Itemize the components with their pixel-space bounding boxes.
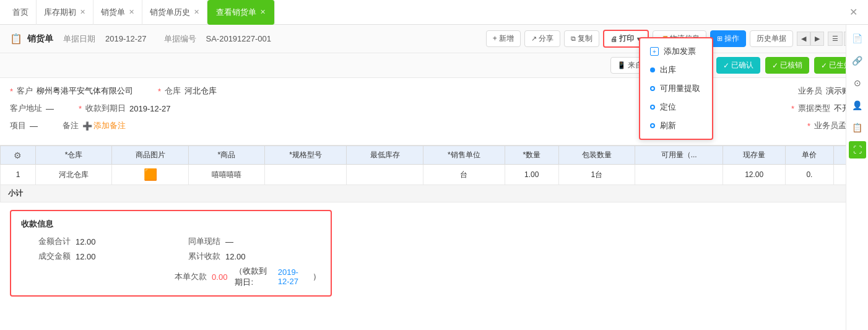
confirm-button[interactable]: ✓ 已确认 <box>716 57 760 74</box>
due-date-val: 2019-12-27 <box>278 267 308 286</box>
due-date-end: ） <box>313 271 321 282</box>
sidebar-icon-3[interactable]: ⊙ <box>849 74 866 92</box>
owed-row: 本单欠款 0.00 （收款到期日: 2019-12-27 ） <box>171 266 321 288</box>
add-note-button[interactable]: ➕ 添加备注 <box>82 120 126 131</box>
row-sales-unit: 台 <box>423 165 505 185</box>
subtotal-label: 小计 <box>1 185 868 202</box>
main-content: 📋 销货单 单据日期 2019-12-27 单据编号 SA-20191227-0… <box>0 25 868 330</box>
col-price: 单价 <box>786 146 834 165</box>
tab-sales-history-close[interactable]: ✕ <box>194 8 199 16</box>
doc-meta: 单据日期 2019-12-27 单据编号 SA-20191227-001 <box>63 33 271 45</box>
add-icon: ➕ <box>82 121 92 131</box>
tab-sales-order[interactable]: 销货单 ✕ <box>93 0 142 25</box>
warehouse-required: * <box>158 87 161 96</box>
tab-view-sales-close[interactable]: ✕ <box>260 8 266 16</box>
settlement-value: — <box>225 237 233 246</box>
col-product-label: *商品 <box>218 150 236 159</box>
cumulative-label: 累计收款 <box>171 251 220 262</box>
col-warehouse: *仓库 <box>35 146 111 165</box>
payment-info-box: 收款信息 金额合计 12.00 同单现结 — 成交金额 12.00 <box>10 210 332 297</box>
tab-view-sales-label: 查看销货单 <box>216 7 256 18</box>
tab-sales-order-label: 销货单 <box>101 7 125 18</box>
prev-button[interactable]: ◀ <box>797 32 810 46</box>
salesperson-label: 业务员 <box>798 85 822 97</box>
customer-field: * 客户 柳州粤港平安气体有限公司 <box>10 85 133 97</box>
total-row: 金额合计 12.00 <box>21 236 171 247</box>
sidebar-icon-4[interactable]: 👤 <box>849 97 866 114</box>
tab-sales-history[interactable]: 销货单历史 ✕ <box>142 0 207 25</box>
col-price-label: 单价 <box>802 150 817 159</box>
doc-no-label: 单据编号 <box>164 33 196 45</box>
tab-inventory-init-close[interactable]: ✕ <box>80 8 85 16</box>
tab-view-sales[interactable]: 查看销货单 ✕ <box>207 0 275 25</box>
locate-item[interactable]: 定位 <box>640 98 712 116</box>
transaction-value: 12.00 <box>76 252 96 261</box>
col-stock: 现存量 <box>723 146 786 165</box>
project-field: 项目 — <box>10 120 38 131</box>
form-row-1: * 客户 柳州粤港平安气体有限公司 * 仓库 河北仓库 业务员 演示账号 <box>10 85 858 97</box>
warehouse-value: 河北仓库 <box>184 85 217 97</box>
next-button[interactable]: ▶ <box>810 32 824 46</box>
sidebar-icon-1[interactable]: 📄 <box>849 30 866 47</box>
tab-sales-history-label: 销货单历史 <box>150 7 190 18</box>
already-cancelled-button[interactable]: ✓ 已核销 <box>765 57 809 74</box>
operate-button[interactable]: ⊞ 操作 <box>710 30 746 47</box>
col-qty: *数量 <box>505 146 558 165</box>
note-field: 备注 ➕ 添加备注 <box>63 120 126 131</box>
col-available: 可用量（... <box>635 146 723 165</box>
copy-button[interactable]: ⧉ 复制 <box>564 30 599 47</box>
sidebar-icon-expand[interactable]: ⛶ <box>849 141 866 158</box>
outbound-label: 出库 <box>660 64 676 76</box>
window-close-button[interactable]: ✕ <box>843 2 863 22</box>
col-image-label: 商品图片 <box>136 150 165 159</box>
tab-inventory-init[interactable]: 库存期初 ✕ <box>37 0 93 25</box>
outbound-item[interactable]: 出库 <box>640 61 712 79</box>
address-field: 客户地址 — <box>10 103 54 114</box>
row-available <box>635 165 723 185</box>
doc-date-label: 单据日期 <box>63 33 95 45</box>
cumulative-row: 累计收款 12.00 <box>171 251 321 262</box>
toolbar-row: 📱 来自手机 ● 未开票 ✓ 已确认 ✓ 已核销 ✓ 已生效 <box>0 53 868 78</box>
col-warehouse-label: *仓库 <box>65 150 83 159</box>
settlement-row: 同单现结 — <box>171 236 321 247</box>
new-button[interactable]: + 新增 <box>486 30 521 47</box>
due-date-field: * 收款到期日 2019-12-27 <box>79 103 171 114</box>
row-stock: 12.00 <box>723 165 786 185</box>
col-sales-unit: *销售单位 <box>423 146 505 165</box>
row-image: 🟧 <box>112 165 188 185</box>
transaction-label: 成交金额 <box>21 251 71 262</box>
col-spec-label: *规格型号 <box>289 150 322 159</box>
due-date-required: * <box>79 104 82 113</box>
table-row: 1 河北仓库 🟧 嘻嘻嘻嘻 台 1.00 1台 12.00 0. <box>1 165 868 185</box>
tab-sales-order-close[interactable]: ✕ <box>129 8 134 16</box>
salesperson2-label: 业务员孟 <box>814 120 846 131</box>
sidebar-icon-5[interactable]: 📋 <box>849 119 866 136</box>
col-pack-qty: 包装数量 <box>558 146 635 165</box>
salesperson2-required: * <box>807 121 810 131</box>
tab-home[interactable]: 首页 <box>5 0 37 25</box>
list-view-button[interactable]: ☰ <box>828 32 843 46</box>
col-pack-qty-label: 包装数量 <box>582 150 612 159</box>
history-button[interactable]: 历史单据 <box>750 30 793 47</box>
available-qty-item[interactable]: 可用量提取 <box>640 79 712 98</box>
col-product: *商品 <box>188 146 264 165</box>
tab-home-label: 首页 <box>12 7 28 18</box>
refresh-label: 刷新 <box>660 120 676 131</box>
sidebar-icon-2[interactable]: 🔗 <box>849 52 866 69</box>
tab-bar: 首页 库存期初 ✕ 销货单 ✕ 销货单历史 ✕ 查看销货单 ✕ ✕ <box>0 0 868 25</box>
refresh-icon <box>650 123 655 128</box>
warehouse-label: 仓库 <box>165 85 181 97</box>
row-spec <box>265 165 347 185</box>
due-date-label: 收款到期日 <box>85 103 126 114</box>
col-min-stock-label: 最低库存 <box>370 150 400 159</box>
row-warehouse: 河北仓库 <box>35 165 111 185</box>
subtotal-row: 小计 <box>1 185 868 202</box>
col-gear: ⚙ <box>1 146 36 165</box>
add-invoice-item[interactable]: + 添加发票 <box>640 42 712 61</box>
gear-icon[interactable]: ⚙ <box>14 150 22 160</box>
already-cancelled-label: 已核销 <box>780 60 802 71</box>
history-button-label: 历史单据 <box>757 33 786 44</box>
share-button[interactable]: ↗ 分享 <box>524 30 560 47</box>
refresh-item[interactable]: 刷新 <box>640 116 712 135</box>
col-spec: *规格型号 <box>265 146 347 165</box>
